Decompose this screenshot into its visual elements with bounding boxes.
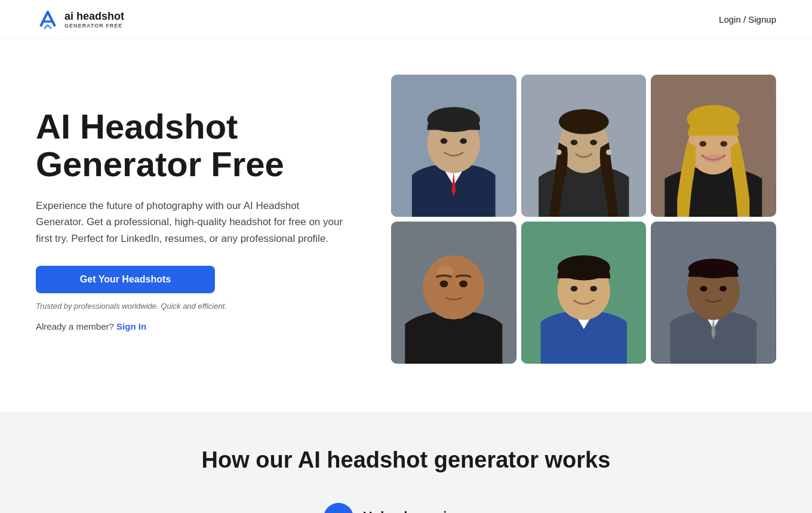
hero-title: AI Headshot Generator Free: [36, 107, 346, 184]
svg-point-21: [704, 154, 724, 162]
svg-point-12: [590, 140, 597, 145]
sign-in-link[interactable]: Sign In: [116, 321, 146, 331]
svg-point-20: [721, 141, 728, 146]
site-header: ai headshot GENERATOR FREE Login / Signu…: [0, 0, 812, 39]
get-headshots-button[interactable]: Get Your Headshots: [36, 266, 215, 293]
headshot-photo-3: [651, 75, 776, 217]
svg-point-18: [687, 105, 740, 133]
logo-sub-label: GENERATOR FREE: [64, 23, 124, 29]
how-title: How our AI headshot generator works: [36, 447, 776, 473]
logo[interactable]: ai headshot GENERATOR FREE: [36, 7, 124, 31]
login-signup-link[interactable]: Login / Signup: [719, 14, 776, 24]
svg-point-26: [440, 281, 448, 288]
headshot-photo-4: [391, 222, 516, 364]
headshot-photo-2: [521, 75, 647, 217]
hero-content: AI Headshot Generator Free Experience th…: [36, 107, 346, 331]
svg-point-24: [423, 256, 484, 320]
svg-point-11: [570, 140, 577, 145]
svg-point-19: [700, 141, 707, 146]
headshot-photo-1: [391, 75, 516, 217]
how-section: How our AI headshot generator works 1 Up…: [0, 411, 812, 513]
headshot-photo-6: [651, 222, 776, 364]
svg-point-33: [590, 286, 597, 291]
svg-point-10: [559, 109, 609, 134]
step-1-circle: 1: [324, 503, 353, 513]
step-1-number: 1: [335, 510, 342, 513]
headshot-grid: [391, 75, 776, 364]
logo-name-label: ai headshot: [64, 10, 124, 23]
trusted-text: Trusted by professionals worldwide. Quic…: [36, 302, 346, 311]
headshot-photo-5: [521, 222, 647, 364]
svg-point-32: [570, 286, 577, 291]
already-member-label: Already a member?: [36, 321, 114, 331]
step-1: 1 Upload your images: [324, 503, 488, 513]
svg-point-6: [460, 139, 467, 144]
svg-point-39: [720, 286, 727, 291]
svg-point-5: [441, 139, 448, 144]
hero-description: Experience the future of photography wit…: [36, 198, 346, 247]
logo-icon: [36, 7, 60, 31]
step-1-label: Upload your images: [363, 503, 488, 513]
svg-point-13: [556, 149, 561, 155]
member-prompt: Already a member? Sign In: [36, 321, 346, 331]
logo-text: ai headshot GENERATOR FREE: [64, 10, 124, 29]
hero-section: AI Headshot Generator Free Experience th…: [0, 39, 812, 411]
steps-container: 1 Upload your images: [36, 503, 776, 513]
svg-point-14: [606, 149, 611, 155]
svg-point-27: [459, 281, 467, 288]
svg-point-38: [700, 286, 708, 291]
